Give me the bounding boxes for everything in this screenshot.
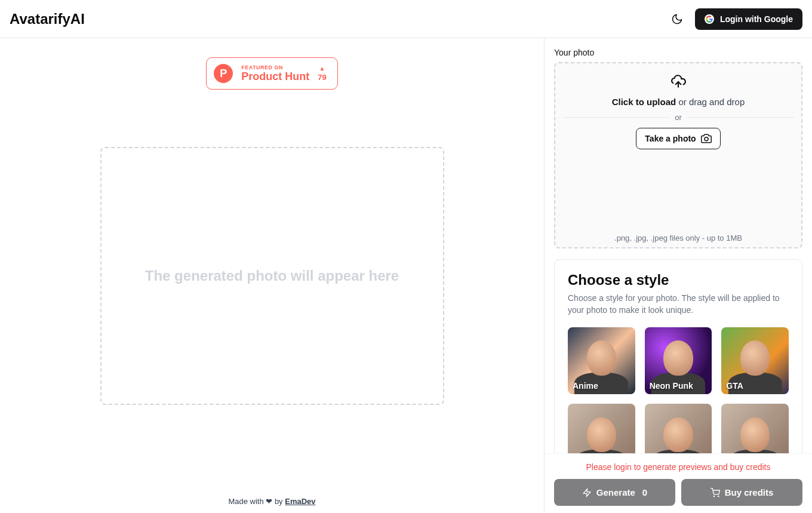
product-hunt-text: FEATURED ON Product Hunt [241,64,309,83]
generate-label: Generate [596,487,635,497]
product-hunt-votes: ▲ 79 [318,65,326,82]
generate-count: 0 [642,487,647,497]
buy-credits-label: Buy credits [725,487,774,497]
svg-marker-1 [583,489,590,496]
login-label: Login with Google [720,14,793,24]
main: P FEATURED ON Product Hunt ▲ 79 The gene… [0,38,812,513]
style-title: Choose a style [568,272,789,288]
product-hunt-icon: P [214,64,233,83]
product-hunt-badge[interactable]: P FEATURED ON Product Hunt ▲ 79 [206,57,337,90]
style-label: GTA [726,381,743,391]
style-description: Choose a style for your photo. The style… [568,292,789,317]
login-google-button[interactable]: Login with Google [695,8,802,30]
upvote-icon: ▲ [319,65,325,72]
style-option-neon-punk[interactable]: Neon Punk [645,327,712,395]
style-label: Anime [573,381,598,391]
style-grid: Anime Neon Punk GTA [568,327,789,471]
moon-icon [671,13,683,25]
take-photo-label: Take a photo [645,134,696,143]
theme-toggle-button[interactable] [666,8,688,30]
product-hunt-name: Product Hunt [241,70,309,83]
upload-click-rest: or drag and drop [676,97,745,107]
buy-credits-button[interactable]: Buy credits [681,479,802,506]
upload-click-bold: Click to upload [612,97,676,107]
footer-prefix: Made with ❤ by [228,497,285,506]
upload-divider: or [562,113,794,122]
left-panel: P FEATURED ON Product Hunt ▲ 79 The gene… [0,38,545,513]
cart-icon [710,488,720,497]
take-photo-button[interactable]: Take a photo [636,128,720,149]
generated-preview-box: The generated photo will appear here [100,147,444,405]
style-option-anime[interactable]: Anime [568,327,635,395]
upload-instruction: Click to upload or drag and drop [612,97,745,107]
upload-hint: .png, .jpg, .jpeg files only - up to 1MB [614,219,742,242]
lightning-icon [582,488,592,497]
footer: Made with ❤ by EmaDev [0,497,544,506]
style-option-gta[interactable]: GTA [721,327,789,395]
or-text: or [675,113,682,122]
svg-point-3 [718,496,718,496]
product-hunt-featured: FEATURED ON [241,64,309,70]
camera-icon [701,133,712,144]
header-right: Login with Google [666,8,802,30]
svg-point-0 [705,137,708,141]
bottom-action-bar: Please login to generate previews and bu… [545,453,812,513]
upload-dropzone[interactable]: Click to upload or drag and drop or Take… [554,62,802,248]
style-card: Choose a style Choose a style for your p… [554,259,802,484]
product-hunt-count: 79 [318,73,326,82]
logo: AvatarifyAI [10,11,85,27]
cloud-upload-icon [670,74,686,90]
google-icon [705,14,714,24]
your-photo-label: Your photo [554,48,802,57]
style-label: Neon Punk [650,381,693,391]
action-row: Generate 0 Buy credits [554,479,802,506]
right-panel: Your photo Click to upload or drag and d… [545,38,812,513]
header: AvatarifyAI Login with Google [0,0,812,38]
login-prompt: Please login to generate previews and bu… [554,462,802,472]
footer-author-link[interactable]: EmaDev [285,497,315,506]
preview-placeholder-text: The generated photo will appear here [145,266,399,285]
generate-button[interactable]: Generate 0 [554,479,675,506]
svg-point-2 [713,496,714,496]
